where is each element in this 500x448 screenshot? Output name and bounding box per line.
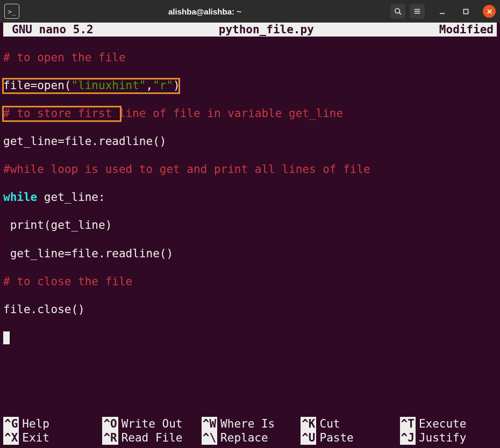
code-line: while get_line: bbox=[3, 190, 497, 204]
shortcut-key: ^J bbox=[400, 431, 416, 445]
search-icon bbox=[394, 8, 402, 15]
shortcut-whereis[interactable]: ^WWhere Is bbox=[202, 417, 298, 431]
code-line bbox=[3, 330, 497, 344]
comment-text: # to open the file bbox=[3, 51, 126, 64]
shortcut-paste[interactable]: ^UPaste bbox=[301, 431, 397, 445]
code-text: file=open( bbox=[3, 79, 71, 92]
code-text: print(get_line) bbox=[3, 219, 112, 232]
menu-button[interactable] bbox=[410, 4, 425, 19]
shortcut-replace[interactable]: ^\Replace bbox=[202, 431, 298, 445]
nano-code-area[interactable]: # to open the file file=open("linuxhint"… bbox=[3, 37, 497, 417]
shortcut-label: Exit bbox=[22, 431, 49, 445]
shortcut-label: Help bbox=[22, 417, 49, 431]
terminal-icon[interactable]: >_ bbox=[4, 4, 19, 19]
shortcut-label: Cut bbox=[319, 417, 340, 431]
code-line: file=open("linuxhint","r") bbox=[3, 78, 497, 92]
shortcut-label: Where Is bbox=[220, 417, 275, 431]
svg-line-1 bbox=[399, 13, 402, 15]
shortcut-key: ^W bbox=[202, 417, 217, 431]
code-line: get_line=file.readline() bbox=[3, 247, 497, 261]
code-text: get_line=file.readline() bbox=[3, 247, 173, 260]
code-line: file.close() bbox=[3, 302, 497, 316]
shortcut-readfile[interactable]: ^RRead File bbox=[102, 431, 199, 445]
comment-text: # to store first line of file in variabl… bbox=[3, 107, 343, 120]
shortcut-key: ^X bbox=[3, 431, 19, 445]
code-text: get_line=file.readline() bbox=[3, 135, 166, 148]
code-text: ) bbox=[173, 79, 180, 92]
code-line: #while loop is used to get and print all… bbox=[3, 162, 497, 176]
shortcut-key: ^T bbox=[400, 417, 416, 431]
shortcut-help[interactable]: ^GHelp bbox=[3, 417, 100, 431]
string-text: "linuxhint" bbox=[71, 79, 146, 92]
shortcut-key: ^R bbox=[102, 431, 118, 445]
code-line: get_line=file.readline() bbox=[3, 134, 497, 148]
comment-text: # to close the file bbox=[3, 275, 132, 288]
shortcut-label: Read File bbox=[122, 431, 183, 445]
nano-header-right: Modified bbox=[439, 23, 495, 37]
shortcut-label: Paste bbox=[319, 431, 353, 445]
code-line: # to close the file bbox=[3, 274, 497, 288]
shortcut-execute[interactable]: ^TExecute bbox=[400, 417, 497, 431]
shortcut-key: ^K bbox=[301, 417, 316, 431]
shortcut-label: Write Out bbox=[122, 417, 183, 431]
shortcut-label: Execute bbox=[419, 417, 467, 431]
shortcut-label: Replace bbox=[220, 431, 268, 445]
close-icon bbox=[487, 9, 492, 15]
maximize-icon bbox=[463, 9, 469, 15]
shortcut-justify[interactable]: ^JJustify bbox=[400, 431, 497, 445]
shortcut-label: Justify bbox=[419, 431, 467, 445]
terminal-body[interactable]: GNU nano 5.2 python_file.py Modified # t… bbox=[0, 23, 500, 448]
shortcut-exit[interactable]: ^XExit bbox=[3, 431, 100, 445]
code-text: , bbox=[146, 79, 153, 92]
keyword-text: while bbox=[3, 191, 37, 204]
nano-header-center: python_file.py bbox=[94, 23, 439, 37]
window-titlebar: >_ alishba@alishba: ~ bbox=[0, 0, 500, 23]
shortcut-key: ^O bbox=[102, 417, 118, 431]
code-line: print(get_line) bbox=[3, 218, 497, 232]
shortcut-cut[interactable]: ^KCut bbox=[301, 417, 397, 431]
shortcut-key: ^\ bbox=[202, 431, 217, 445]
code-text: get_line: bbox=[37, 191, 105, 204]
terminal-window: >_ alishba@alishba: ~ GNU nano 5.2 pytho… bbox=[0, 0, 500, 448]
svg-point-0 bbox=[395, 9, 400, 13]
code-text: file.close() bbox=[3, 303, 85, 316]
hamburger-icon bbox=[413, 8, 421, 15]
search-button[interactable] bbox=[390, 4, 405, 19]
code-line: # to store first line of file in variabl… bbox=[3, 106, 497, 120]
minimize-icon bbox=[439, 9, 445, 15]
code-line: # to open the file bbox=[3, 50, 497, 64]
shortcut-writeout[interactable]: ^OWrite Out bbox=[102, 417, 199, 431]
maximize-button[interactable] bbox=[459, 5, 472, 18]
svg-rect-6 bbox=[463, 9, 468, 13]
window-title: alishba@alishba: ~ bbox=[24, 7, 386, 16]
comment-text: #while loop is used to get and print all… bbox=[3, 163, 370, 176]
nano-header-left: GNU nano 5.2 bbox=[5, 23, 94, 37]
nano-header: GNU nano 5.2 python_file.py Modified bbox=[3, 23, 497, 37]
minimize-button[interactable] bbox=[435, 5, 448, 18]
shortcut-key: ^U bbox=[301, 431, 316, 445]
close-button[interactable] bbox=[483, 5, 496, 18]
shortcut-key: ^G bbox=[3, 417, 19, 431]
text-cursor bbox=[3, 331, 10, 344]
string-text: "r" bbox=[153, 79, 173, 92]
nano-footer: ^GHelp ^OWrite Out ^WWhere Is ^KCut ^TEx… bbox=[3, 417, 497, 446]
